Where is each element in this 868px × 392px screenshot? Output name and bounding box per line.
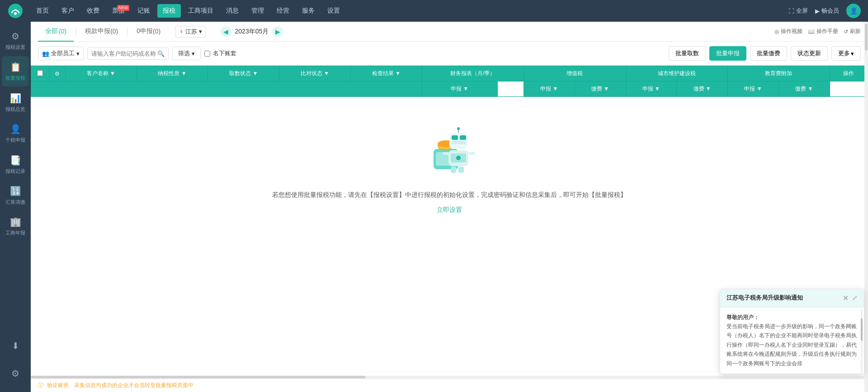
filter-btn[interactable]: 筛选 ▾ [172,47,201,60]
scroll-thumb-h [31,376,366,378]
personal-tax-icon: 👤 [10,123,21,135]
nav-invoice[interactable]: 票据 NEW [107,4,130,18]
notification-scrollbar[interactable] [860,309,863,373]
notification-close-x[interactable]: ✕ [843,294,849,302]
video-icon: ◎ [774,29,779,35]
svg-point-12 [457,127,460,130]
nav-message[interactable]: 消息 [221,4,244,18]
chevron-down-icon: ▾ [199,28,202,35]
annual-report-icon: 🏢 [10,215,21,228]
tax-type-header: 纳税性质 ▼ [137,66,208,81]
tab-tax-declaration[interactable]: 税款申报(0) [78,22,125,42]
nav-service[interactable]: 服务 [297,4,320,18]
employee-icon: 👥 [42,50,49,57]
top-navigation: 首页 客户 收费 票据 NEW 记账 报税 工商项目 消息 管理 经营 服务 设… [0,0,868,22]
nav-business[interactable]: 工商项目 [183,4,219,18]
robot-illustration [422,124,476,178]
app-logo [7,3,24,19]
svg-rect-16 [443,152,449,155]
svg-point-15 [456,156,461,160]
sidebar-item-tax-overview[interactable]: 📊 报税总览 [2,87,29,117]
page-actions: ◎ 操作视频 📖 操作手册 ↺ 刷新 [774,28,861,35]
svg-rect-8 [452,135,458,140]
setup-link[interactable]: 立即设置 [437,206,462,214]
employee-select[interactable]: 👥 全部员工 ▾ [38,47,84,60]
sidebar-settings[interactable]: ⚙ [2,363,29,386]
nav-billing[interactable]: 收费 [81,4,105,18]
table-sub-header-row: 申报 ▼ 申报 ▼ 缴费 ▼ 申报 ▼ 缴费 ▼ 申报 ▼ 缴费 ▼ [31,81,868,97]
select-all-checkbox[interactable] [37,70,43,76]
nav-tax[interactable]: 报税 [157,4,181,18]
svg-rect-19 [458,167,464,173]
svg-point-1 [14,12,17,15]
scroll-thumb-right [865,24,868,51]
nav-settings[interactable]: 设置 [322,4,345,18]
region-label: ♀ 江苏 [179,28,197,36]
batch-fetch-btn[interactable]: 批量取数 [669,46,706,61]
date-prev-btn[interactable]: ◀ [221,26,231,37]
nav-items: 首页 客户 收费 票据 NEW 记账 报税 工商项目 消息 管理 经营 服务 设… [31,4,788,18]
sidebar-item-settlement[interactable]: 🔢 汇算清缴 [2,180,29,210]
tax-records-icon: 📑 [10,154,21,167]
sidebar-item-tax-settings[interactable]: ⚙ 报税设置 [2,25,29,55]
batch-declare-btn[interactable]: 批量申报 [709,46,746,61]
svg-rect-9 [460,135,466,140]
notification-expand-btn[interactable]: ⤢ [852,294,858,301]
nav-home[interactable]: 首页 [31,4,54,18]
batch-pay-btn[interactable]: 批量缴费 [750,46,787,61]
operation-video-btn[interactable]: ◎ 操作视频 [774,28,802,35]
nav-customer[interactable]: 客户 [56,4,80,18]
fullscreen-icon: ⛶ [788,8,794,14]
gear-col-header[interactable]: ⚙ [49,66,66,81]
sidebar-item-personal-tax[interactable]: 👤 个税申报 [2,118,29,148]
nav-accounting[interactable]: 记账 [132,4,156,18]
notification-header: 江苏电子税务局升级影响通知 ✕ ⤢ [720,289,864,307]
more-btn[interactable]: 更多 ▾ [831,46,861,61]
status-update-btn[interactable]: 状态更新 [791,46,828,61]
notification-scroll-thumb [861,318,863,341]
right-scrollbar[interactable] [864,22,868,392]
education-fee-header: 教育费附加 [728,66,830,81]
vat-header: 增值税 [524,66,626,81]
nav-manage[interactable]: 管理 [246,4,269,18]
edu-pay-header: 缴费 ▼ [778,81,830,97]
region-date-bar: ♀ 江苏 ▾ ◀ 2023年05月 ▶ [175,26,283,38]
svg-rect-17 [469,152,475,155]
bottom-bar: ⓘ 验证账密、采集信息均成功的企业才会流转至批量报税页面中 [31,378,868,392]
toolbar-right: 批量取数 批量申报 批量缴费 状态更新 更多 ▾ [669,46,861,61]
refresh-btn[interactable]: ↺ 刷新 [844,28,861,35]
more-chevron-icon: ▾ [851,50,854,57]
operation-manual-btn[interactable]: 📖 操作手册 [808,28,838,35]
search-icon[interactable]: 🔍 [157,50,165,57]
user-avatar[interactable]: 👤 [846,4,861,18]
horizontal-scrollbar[interactable] [31,376,868,378]
tab-zero-declaration[interactable]: 0申报(0) [129,22,168,42]
fullscreen-btn[interactable]: ⛶ 全屏 [788,7,808,15]
tab-divider-1 [75,28,76,36]
date-next-btn[interactable]: ▶ [272,26,283,37]
table-body: 若您想使用批量报税功能，请先在【报税设置】中进行报税的初始化设置，完成密码验证和… [31,97,868,242]
nav-operation[interactable]: 经营 [271,4,295,18]
financial-declare-header: 申报 ▼ [422,81,497,97]
customer-name-header: 客户名称 ▼ [66,66,137,81]
notification-title: 江苏电子税务局升级影响通知 [726,294,803,302]
vip-btn[interactable]: ▶ 畅会员 [815,7,839,15]
fetch-status-header: 取数状态 ▼ [208,66,279,81]
account-checkbox-label[interactable]: 名下账套 [204,49,236,57]
sidebar-item-annual-report[interactable]: 🏢 工商年报 [2,211,29,241]
tab-all[interactable]: 全部(0) [38,22,74,42]
search-input[interactable] [91,50,157,57]
checkbox-col-header[interactable] [31,66,49,81]
search-box[interactable]: 🔍 [87,48,169,60]
edu-declare-header: 申报 ▼ [728,81,779,97]
region-selector[interactable]: ♀ 江苏 ▾ [175,26,206,38]
batch-tax-icon: 📋 [10,61,21,73]
sidebar-download[interactable]: ⬇ [2,335,29,358]
operation-header: 操作 [830,66,868,81]
account-checkbox[interactable] [204,51,210,57]
vat-pay-header: 缴费 ▼ [575,81,626,97]
manual-icon: 📖 [808,29,815,35]
sidebar-item-batch-tax[interactable]: 📋 批量报税 [2,56,29,86]
sidebar-item-tax-records[interactable]: 📑 报税记录 [2,149,29,179]
filter-chevron-icon: ▾ [192,50,195,57]
